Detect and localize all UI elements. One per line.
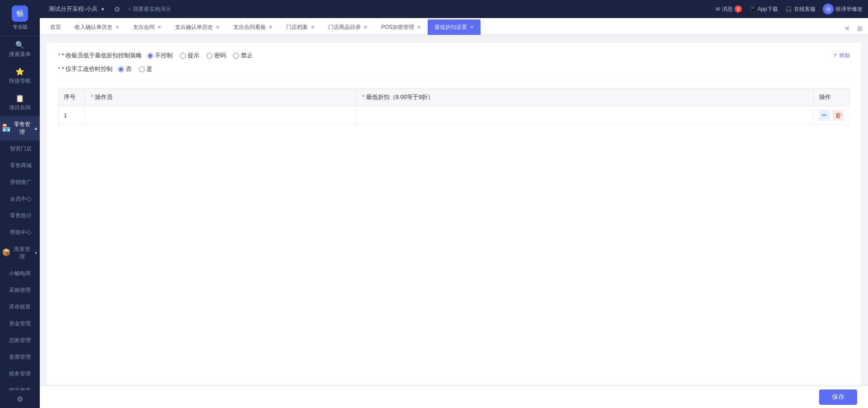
app-download-btn[interactable]: 📱 App下载 bbox=[749, 5, 778, 13]
radio-yes-input[interactable] bbox=[139, 66, 145, 72]
radio-prompt[interactable]: 提示 bbox=[180, 52, 199, 60]
required-mark: * bbox=[91, 94, 95, 100]
sidebar-item-finance[interactable]: 资金管理 bbox=[0, 315, 40, 332]
sidebar-item-tax[interactable]: 税务管理 bbox=[0, 366, 40, 382]
tab-store-goods[interactable]: 门店商品目录 ✕ bbox=[321, 19, 374, 35]
form-section: * * 收银员低于最低折扣控制策略 不控制 提示 密 bbox=[58, 52, 850, 73]
tab-close-icon[interactable]: ✕ bbox=[115, 24, 119, 30]
sidebar-item-label: 项目合同 bbox=[9, 104, 31, 112]
content-card: * * 收银员低于最低折扣控制策略 不控制 提示 密 bbox=[47, 42, 861, 387]
app-download-label: App下载 bbox=[758, 5, 778, 13]
radio-no-control[interactable]: 不控制 bbox=[147, 52, 173, 60]
sidebar-item-fixed-assets[interactable]: 固定资产 bbox=[0, 382, 40, 390]
avatar-icon: 徐 bbox=[823, 4, 834, 14]
close-tab-btn[interactable]: ✕ bbox=[843, 24, 852, 33]
radio-forbid-input[interactable] bbox=[233, 53, 239, 59]
tab-store-file[interactable]: 门店档案 ✕ bbox=[279, 19, 321, 35]
message-btn[interactable]: ✉ 消息 8 bbox=[716, 5, 742, 13]
sidebar-nav: 🔍 搜索菜单 ⭐ 快捷导航 📋 项目合同 🏪 零售管理 ▲ 智营门店 零售商城 … bbox=[0, 36, 40, 390]
tabbar-actions: ✕ ⊞ bbox=[843, 24, 864, 35]
sidebar-item-marketing[interactable]: 营销推广 bbox=[0, 174, 40, 191]
radio-password[interactable]: 密码 bbox=[207, 52, 226, 60]
sidebar-item-inventory[interactable]: 库存核算 bbox=[0, 299, 40, 315]
tab-home[interactable]: 首页 bbox=[43, 19, 68, 35]
sidebar-item-member-center[interactable]: 会员中心 bbox=[0, 191, 40, 207]
save-button[interactable]: 保存 bbox=[819, 389, 857, 405]
radio-prompt-label: 提示 bbox=[188, 52, 199, 60]
tab-label: 收入确认单历史 bbox=[75, 23, 113, 31]
radio-no-input[interactable] bbox=[118, 66, 124, 72]
discount-strategy-radio-group: 不控制 提示 密码 禁止 bbox=[147, 52, 253, 60]
message-label: 消息 bbox=[722, 5, 733, 13]
delete-btn[interactable]: 🗑 bbox=[833, 110, 844, 121]
sidebar-item-search[interactable]: 🔍 搜索菜单 bbox=[0, 36, 40, 63]
tab-label: POS加密管理 bbox=[381, 23, 414, 31]
demo-link[interactable]: ○ 我要看实例演示 bbox=[127, 5, 170, 13]
help-link[interactable]: ？ 帮助 bbox=[832, 52, 850, 60]
sidebar-item-retail-mgmt[interactable]: 🏪 零售管理 ▲ bbox=[0, 116, 40, 141]
radio-no[interactable]: 否 bbox=[118, 65, 132, 73]
sidebar-item-ecommerce[interactable]: 小畅电商 bbox=[0, 265, 40, 282]
topbar-settings-btn[interactable]: ⚙ bbox=[112, 3, 122, 15]
tab-pos-password[interactable]: POS加密管理 ✕ bbox=[374, 19, 428, 35]
sidebar-item-retail-mall[interactable]: 零售商城 bbox=[0, 157, 40, 174]
sidebar-item-smart-store[interactable]: 智营门店 bbox=[0, 141, 40, 157]
edit-btn[interactable]: ✏ bbox=[819, 110, 830, 121]
sidebar-item-retail-stats[interactable]: 零售统计 bbox=[0, 207, 40, 224]
tab-payment-contract[interactable]: 支出合同 ✕ bbox=[126, 19, 168, 35]
sidebar-item-label: 搜索菜单 bbox=[9, 51, 31, 58]
sidebar-item-label: 智营门店 bbox=[10, 145, 32, 153]
sidebar-logo: 畅 专业版 bbox=[0, 0, 40, 36]
sidebar-item-project-contract[interactable]: 📋 项目合同 bbox=[0, 89, 40, 116]
tab-close-icon[interactable]: ✕ bbox=[216, 24, 220, 30]
sidebar-item-invoice[interactable]: 发票管理 bbox=[0, 349, 40, 366]
tab-income-confirm[interactable]: 收入确认单历史 ✕ bbox=[68, 19, 126, 35]
topbar: 测试分开采程-小兵 ▼ ⚙ ○ 我要看实例演示 ✉ 消息 8 📱 App下载 🎧… bbox=[40, 0, 868, 18]
tab-close-icon[interactable]: ✕ bbox=[417, 24, 421, 30]
tab-label: 门店档案 bbox=[286, 23, 308, 31]
tab-close-icon[interactable]: ✕ bbox=[470, 24, 474, 30]
user-menu[interactable]: 徐 徐泽华修改 bbox=[823, 4, 863, 14]
project-selector[interactable]: 测试分开采程-小兵 ▼ bbox=[45, 3, 108, 15]
sidebar-item-label: 采购管理 bbox=[9, 286, 31, 294]
sidebar-settings-btn[interactable]: ⚙ bbox=[0, 390, 40, 408]
sidebar-item-ledger[interactable]: 总账管理 bbox=[0, 332, 40, 349]
demo-icon: ○ bbox=[127, 6, 131, 12]
sidebar-item-label: 小畅电商 bbox=[9, 270, 31, 277]
tab-close-icon[interactable]: ✕ bbox=[269, 24, 273, 30]
sidebar-item-label: 营销推广 bbox=[10, 178, 32, 186]
topbar-right: ✉ 消息 8 📱 App下载 🎧 在线客服 徐 徐泽华修改 bbox=[716, 4, 863, 14]
table-header-row: 序号 * 操作员 * 最低折扣（9.00等于9折） 操作 bbox=[58, 89, 850, 106]
expand-tab-btn[interactable]: ⊞ bbox=[855, 24, 864, 33]
radio-yes[interactable]: 是 bbox=[139, 65, 152, 73]
tab-close-icon[interactable]: ✕ bbox=[363, 24, 368, 30]
sidebar-item-purchase[interactable]: 采购管理 bbox=[0, 282, 40, 299]
sidebar-item-quick-nav[interactable]: ⭐ 快捷导航 bbox=[0, 63, 40, 89]
discount-strategy-row: * * 收银员低于最低折扣控制策略 不控制 提示 密 bbox=[58, 52, 850, 60]
message-badge: 8 bbox=[735, 5, 742, 13]
radio-no-control-input[interactable] bbox=[147, 53, 153, 59]
sidebar-item-help-center[interactable]: 帮助中心 bbox=[0, 224, 40, 241]
customer-service-btn[interactable]: 🎧 在线客服 bbox=[785, 5, 816, 13]
customer-service-label: 在线客服 bbox=[794, 5, 816, 13]
content-area: * * 收银员低于最低折扣控制策略 不控制 提示 密 bbox=[40, 35, 868, 408]
tab-payment-board[interactable]: 支出合同看板 ✕ bbox=[226, 19, 279, 35]
radio-forbid[interactable]: 禁止 bbox=[233, 52, 253, 60]
required-mark: * bbox=[58, 52, 62, 59]
tab-close-icon[interactable]: ✕ bbox=[157, 24, 161, 30]
tab-payment-confirm[interactable]: 支出确认单历史 ✕ bbox=[168, 19, 226, 35]
sidebar-item-batch-mgmt[interactable]: 📦 批发管理 ▼ bbox=[0, 241, 40, 265]
tab-min-discount[interactable]: 最低折扣设置 ✕ bbox=[428, 19, 481, 35]
project-name: 测试分开采程-小兵 bbox=[49, 5, 98, 13]
radio-no-label: 否 bbox=[126, 65, 132, 73]
required-mark: * bbox=[362, 94, 366, 100]
col-action-header: 操作 bbox=[814, 89, 850, 106]
version-label: 专业版 bbox=[13, 23, 28, 30]
tab-close-icon[interactable]: ✕ bbox=[311, 24, 315, 30]
radio-password-input[interactable] bbox=[207, 53, 212, 59]
retail-icon: 🏪 bbox=[2, 123, 11, 132]
sidebar-item-label: 库存核算 bbox=[9, 303, 31, 311]
radio-forbid-label: 禁止 bbox=[241, 52, 253, 60]
radio-prompt-input[interactable] bbox=[180, 53, 186, 59]
tab-label: 支出确认单历史 bbox=[175, 23, 213, 31]
